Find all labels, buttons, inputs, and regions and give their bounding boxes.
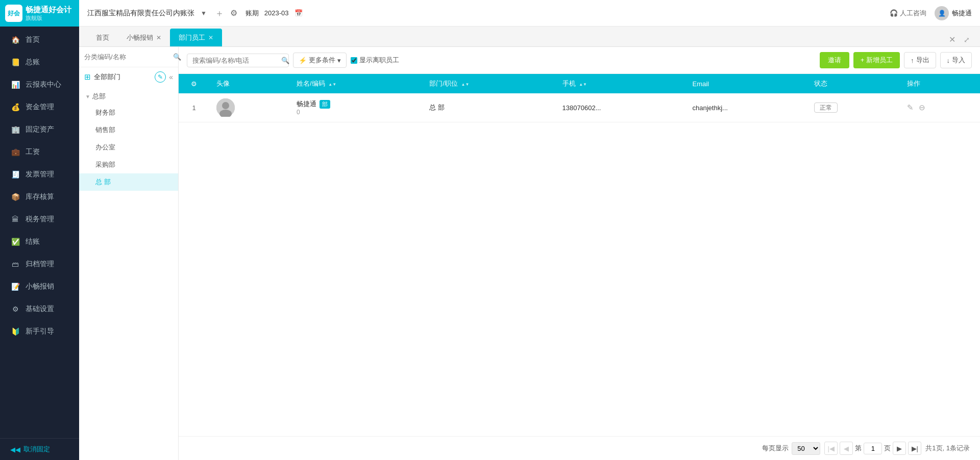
dept-item-headquarters[interactable]: 总 部: [79, 173, 178, 191]
col-name[interactable]: 姓名/编码 ▲▼: [289, 74, 422, 93]
col-dept[interactable]: 部门/职位 ▲▼: [422, 74, 555, 93]
sidebar-item-settings[interactable]: ⚙ 基础设置: [0, 298, 79, 320]
calendar-icon[interactable]: 📅: [295, 9, 303, 17]
dept-label-sales: 销售部: [95, 126, 115, 134]
invite-label: 邀请: [828, 56, 841, 64]
expand-tab-button[interactable]: ⤢: [962, 34, 972, 46]
dept-all-label: 全部部门: [94, 72, 120, 82]
sidebar-item-tax[interactable]: 🏛 税务管理: [0, 208, 79, 231]
sidebar-label-tax: 税务管理: [26, 215, 54, 224]
sidebar-item-guide[interactable]: 🔰 新手引导: [0, 320, 79, 343]
sidebar-item-inventory[interactable]: 📦 库存核算: [0, 186, 79, 208]
sidebar-item-ledger[interactable]: 📒 总账: [0, 51, 79, 73]
dept-item-sales[interactable]: 销售部: [79, 121, 178, 139]
tab-reimbursement[interactable]: 小畅报销 ✕: [118, 29, 170, 46]
sidebar-item-fund[interactable]: 💰 资金管理: [0, 96, 79, 118]
add-company-button[interactable]: ＋: [215, 7, 224, 19]
col-phone[interactable]: 手机 ▲▼: [555, 74, 685, 93]
page-input[interactable]: [864, 443, 882, 454]
sidebar-item-asset[interactable]: 🏢 固定资产: [0, 118, 79, 141]
page-prev-button[interactable]: ◀: [840, 442, 853, 455]
consult-button[interactable]: 🎧 人工咨询: [890, 9, 926, 18]
page-text: 第: [855, 444, 862, 453]
settings-icon: ⚙: [10, 304, 20, 314]
asset-icon: 🏢: [10, 124, 20, 135]
settings-button[interactable]: ⚙: [230, 8, 237, 18]
sidebar-item-reimbursement[interactable]: 📝 小畅报销: [0, 275, 79, 298]
tabs-controls: ✕ ⤢: [947, 33, 972, 46]
page-last-button[interactable]: ▶|: [908, 442, 921, 455]
import-button[interactable]: ↓ 导入: [940, 52, 972, 68]
edit-button[interactable]: ✎: [907, 103, 914, 112]
dept-search-input[interactable]: [84, 53, 170, 61]
employee-search-input[interactable]: [192, 57, 278, 64]
sidebar-item-cloud-report[interactable]: 📊 云报表中心: [0, 73, 79, 96]
inventory-icon: 📦: [10, 192, 20, 202]
show-resigned-checkbox-label[interactable]: 显示离职员工: [351, 56, 399, 65]
dept-item-office[interactable]: 办公室: [79, 139, 178, 156]
dept-badge: 部: [320, 100, 330, 109]
headset-icon: 🎧: [890, 9, 898, 17]
row-phone-cell: 138070602...: [555, 93, 685, 122]
sidebar-item-home[interactable]: 🏠 首页: [0, 29, 79, 51]
dept-edit-button[interactable]: ✎: [155, 71, 166, 83]
tab-department[interactable]: 部门员工 ✕: [170, 29, 222, 46]
row-code: 0: [297, 109, 415, 116]
checkout-icon: ✅: [10, 237, 20, 247]
ledger-icon: 📒: [10, 57, 20, 67]
page-nav: |◀ ◀ 第 页 ▶ ▶|: [824, 442, 921, 455]
search-icon[interactable]: 🔍: [281, 57, 289, 64]
filter-button[interactable]: ⚡ 更多条件 ▾: [293, 53, 347, 68]
sidebar-item-salary[interactable]: 💼 工资: [0, 141, 79, 163]
logout-button[interactable]: ⊖: [919, 103, 925, 112]
action-icons: ✎ ⊖: [907, 103, 973, 112]
dept-label-headquarters: 总 部: [95, 178, 111, 186]
tab-reimbursement-label: 小畅报销: [127, 33, 153, 42]
logo-title: 畅捷通好会计: [26, 5, 71, 14]
col-gear[interactable]: ⚙: [179, 74, 209, 93]
logo-area: 好会 畅捷通好会计 旗舰版: [0, 0, 79, 27]
sidebar-label-fund: 资金管理: [26, 103, 54, 112]
row-email-cell: chanjethkj...: [685, 93, 807, 122]
reimbursement-icon: 📝: [10, 282, 20, 292]
invite-button[interactable]: 邀请: [820, 52, 849, 68]
archive-icon: 🗃: [10, 259, 20, 269]
tab-home[interactable]: 首页: [87, 29, 118, 46]
tab-department-label: 部门员工: [179, 33, 205, 42]
show-resigned-checkbox[interactable]: [351, 57, 357, 64]
user-menu[interactable]: 👤 畅捷通: [935, 6, 972, 20]
sidebar-item-archive[interactable]: 🗃 归档管理: [0, 253, 79, 275]
export-icon: ↑: [911, 57, 914, 64]
tab-department-close[interactable]: ✕: [208, 34, 213, 41]
dept-item-finance[interactable]: 财务部: [79, 104, 178, 121]
tab-reimbursement-close[interactable]: ✕: [156, 34, 161, 41]
tabs-bar: 首页 小畅报销 ✕ 部门员工 ✕ ✕ ⤢: [79, 27, 980, 47]
row-name-cell: 畅捷通 部 0: [289, 93, 422, 122]
add-employee-button[interactable]: + 新增员工: [853, 52, 900, 68]
col-status: 状态: [807, 74, 900, 93]
filter-dropdown-icon: ▾: [337, 57, 341, 64]
row-name: 畅捷通 部: [297, 99, 415, 109]
dept-root[interactable]: ▼ 总部: [79, 89, 178, 104]
show-resigned-label: 显示离职员工: [359, 56, 399, 65]
dept-item-procurement[interactable]: 采购部: [79, 156, 178, 173]
page-next-button[interactable]: ▶: [893, 442, 906, 455]
sort-arrows-name: ▲▼: [328, 82, 336, 87]
page-first-button[interactable]: |◀: [824, 442, 838, 455]
sidebar-label-inventory: 库存核算: [26, 192, 54, 201]
topbar-right: 🎧 人工咨询 👤 畅捷通: [890, 6, 972, 20]
unpin-button[interactable]: ◀◀ 取消固定: [0, 438, 79, 460]
export-button[interactable]: ↑ 导出: [904, 52, 936, 68]
per-page-select[interactable]: 50 100 200: [792, 442, 820, 455]
sidebar-item-checkout[interactable]: ✅ 结账: [0, 231, 79, 253]
sidebar-item-invoice[interactable]: 🧾 发票管理: [0, 163, 79, 186]
dept-header: ⊞ 全部部门 ✎ «: [79, 67, 178, 87]
dept-collapse-button[interactable]: «: [169, 73, 173, 81]
period-label-text: 账期: [246, 9, 259, 17]
dept-label-office: 办公室: [95, 143, 115, 151]
content-area: 🔍 ⊞ 全部部门 ✎ « ▼ 总部 财务部 销售部: [79, 47, 980, 460]
pagination: 每页显示 50 100 200 |◀ ◀ 第 页 ▶ ▶| 共1页, 1: [179, 436, 980, 460]
sidebar-nav: 🏠 首页 📒 总账 📊 云报表中心 💰 资金管理 🏢 固定资产 💼 工资 🧾 发…: [0, 27, 79, 438]
close-tab-button[interactable]: ✕: [947, 33, 958, 46]
company-dropdown-icon[interactable]: ▼: [201, 10, 207, 17]
